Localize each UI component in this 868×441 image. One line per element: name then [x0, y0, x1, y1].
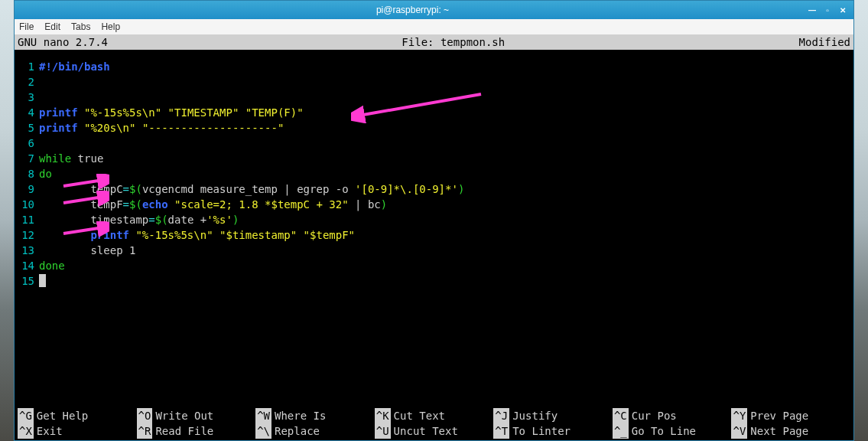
shortcut-item[interactable]: ^OWrite Out	[137, 408, 256, 423]
shortcut-key: ^\	[255, 423, 271, 439]
line-number: 1	[15, 59, 39, 74]
shortcut-key: ^X	[18, 423, 34, 439]
indent	[39, 229, 90, 241]
nano-version: GNU nano 2.7.4	[18, 34, 108, 50]
shortcut-item[interactable]: ^YPrev Page	[731, 408, 850, 423]
cursor	[39, 274, 46, 287]
line-number: 4	[15, 105, 39, 120]
line-number: 6	[15, 136, 39, 151]
shortcut-label: Read File	[155, 423, 213, 439]
shebang: #!/bin/bash	[39, 60, 110, 73]
do-keyword: do	[39, 168, 52, 180]
shortcut-key: ^J	[493, 408, 509, 423]
string-literal: '[0-9]*\.[0-9]*'	[355, 183, 458, 195]
close-button[interactable]: ✕	[837, 4, 849, 16]
shortcut-label: Cur Pos	[632, 408, 677, 423]
shortcut-key: ^V	[731, 423, 747, 439]
cmd-sub-close: )	[381, 198, 387, 211]
line-number: 11	[15, 212, 39, 227]
shortcut-key: ^C	[613, 408, 629, 423]
code-line: 15	[15, 273, 853, 289]
shortcut-item[interactable]: ^XExit	[18, 423, 137, 439]
line-number: 15	[15, 273, 39, 289]
sleep-cmd: sleep 1	[90, 244, 135, 256]
shortcut-label: Prev Page	[750, 408, 808, 423]
shortcut-key: ^W	[255, 408, 271, 423]
shortcut-item[interactable]: ^TTo Linter	[493, 423, 613, 439]
code-line: 4 printf "%-15s%5s\n" "TIMESTAMP" "TEMP(…	[15, 105, 853, 120]
string-literal: "%-15s%5s\n"	[84, 106, 161, 119]
code-line: 13 sleep 1	[15, 243, 853, 258]
var-name: timestamp	[90, 214, 148, 226]
cmd-sub-close: )	[458, 183, 464, 195]
nano-header: GNU nano 2.7.4 File: tempmon.sh Modified	[15, 34, 853, 50]
shortcut-item[interactable]: ^RRead File	[137, 423, 256, 439]
shortcut-item[interactable]: ^GGet Help	[18, 408, 137, 423]
shortcut-item[interactable]: ^JJustify	[493, 408, 613, 423]
shortcut-key: ^R	[137, 423, 153, 439]
shortcut-key: ^Y	[731, 408, 747, 423]
shortcut-label: Uncut Text	[394, 423, 458, 439]
string-literal: "scale=2; 1.8 *$tempC + 32"	[168, 198, 355, 211]
printf-keyword: printf	[90, 229, 129, 241]
menu-edit[interactable]: Edit	[44, 21, 60, 32]
string-literal: "TIMESTAMP"	[168, 106, 239, 119]
window-title: pi@raspberrypi: ~	[19, 5, 806, 15]
cmd-sub-open: $(	[129, 183, 142, 195]
code-line: 10 tempF=$(echo "scale=2; 1.8 *$tempC + …	[15, 197, 853, 212]
menu-help[interactable]: Help	[101, 21, 120, 32]
equals: =	[123, 198, 129, 211]
echo-keyword: echo	[142, 198, 168, 211]
line-number: 2	[15, 74, 39, 90]
printf-keyword: printf	[39, 106, 78, 119]
cmd-sub-open: $(	[129, 198, 142, 211]
while-keyword: while	[39, 152, 71, 165]
terminal-content[interactable]: GNU nano 2.7.4 File: tempmon.sh Modified…	[15, 34, 853, 440]
code-line: 9 tempC=$(vcgencmd measure_temp | egrep …	[15, 181, 853, 197]
shortcut-label: Replace	[275, 423, 320, 439]
shortcut-label: Write Out	[155, 408, 213, 423]
shortcut-label: Cut Text	[394, 408, 445, 423]
maximize-button[interactable]: ▫	[821, 4, 834, 16]
shortcut-label: Justify	[512, 408, 558, 423]
indent	[39, 214, 90, 226]
done-keyword: done	[39, 260, 65, 272]
shortcut-key: ^_	[613, 423, 629, 439]
shortcut-item[interactable]: ^\Replace	[255, 423, 375, 439]
shortcut-item[interactable]: ^KCut Text	[375, 408, 494, 423]
menu-file[interactable]: File	[19, 21, 34, 32]
equals: =	[123, 183, 129, 195]
nano-shortcuts: ^GGet Help^OWrite Out^WWhere Is^KCut Tex…	[15, 408, 853, 440]
code-line: 11 timestamp=$(date +'%s')	[15, 212, 853, 227]
shortcut-label: Go To Line	[632, 423, 696, 439]
shortcut-item[interactable]: ^UUncut Text	[375, 423, 494, 439]
line-number: 5	[15, 120, 39, 136]
minimize-button[interactable]: —	[806, 4, 818, 16]
line-number: 12	[15, 227, 39, 243]
nano-file: File: tempmon.sh	[108, 34, 799, 50]
shortcut-label: To Linter	[512, 423, 571, 439]
var-name: tempC	[90, 183, 122, 195]
code-line: 12 printf "%-15s%5s\n" "$timestamp" "$te…	[15, 227, 853, 243]
shortcut-item[interactable]: ^_Go To Line	[613, 423, 732, 439]
shortcut-label: Get Help	[37, 408, 88, 423]
shortcut-key: ^U	[375, 423, 391, 439]
code-line: 8 do	[15, 166, 853, 181]
string-literal: "$timestamp"	[213, 229, 297, 241]
shortcut-key: ^K	[375, 408, 391, 423]
shortcut-item[interactable]: ^WWhere Is	[255, 408, 375, 423]
command-text: vcgencmd measure_temp | egrep -o	[142, 183, 355, 195]
menu-tabs[interactable]: Tabs	[71, 21, 90, 32]
string-literal: "%-15s%5s\n"	[129, 229, 213, 241]
indent	[39, 244, 90, 256]
shortcut-item[interactable]: ^CCur Pos	[613, 408, 732, 423]
string-literal: "--------------------"	[142, 122, 284, 134]
line-number: 10	[15, 197, 39, 212]
titlebar[interactable]: pi@raspberrypi: ~ — ▫ ✕	[15, 1, 853, 19]
printf-keyword: printf	[39, 122, 78, 134]
shortcut-key: ^G	[18, 408, 34, 423]
line-number: 14	[15, 258, 39, 273]
shortcut-item[interactable]: ^VNext Page	[731, 423, 850, 439]
shortcut-label: Exit	[37, 423, 63, 439]
editor-area[interactable]: 1 #!/bin/bash 2 3 4 printf "%-15s%5s\n" …	[15, 50, 853, 289]
